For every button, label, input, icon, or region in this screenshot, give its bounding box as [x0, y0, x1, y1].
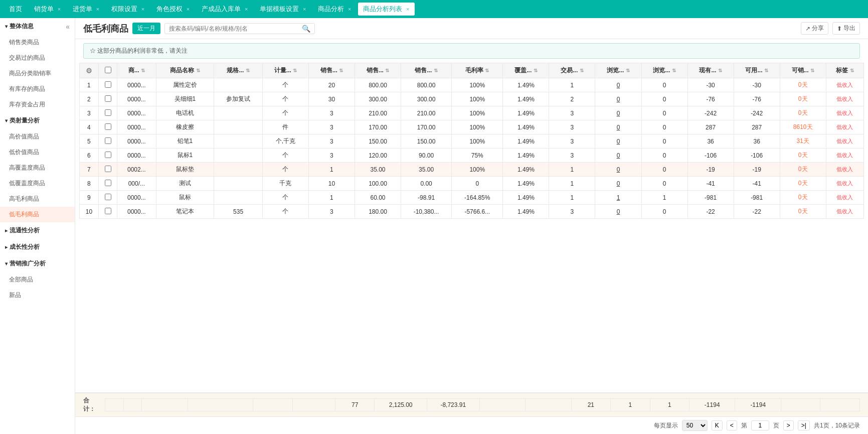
row-browse1[interactable]: 0 [595, 205, 641, 219]
nav-analysis-close[interactable]: × [348, 6, 351, 12]
row-checkbox[interactable] [98, 177, 117, 191]
browse-link[interactable]: 0 [617, 110, 620, 117]
last-page-button[interactable]: >| [798, 420, 810, 430]
nav-roles[interactable]: 角色授权 × [151, 3, 195, 16]
page-size-select[interactable]: 50 100 200 [682, 420, 708, 431]
row-browse1[interactable]: 0 [595, 149, 641, 163]
nav-roles-close[interactable]: × [187, 6, 190, 12]
prev-page-button[interactable]: < [727, 420, 737, 430]
row-checkbox[interactable] [98, 149, 117, 163]
nav-template-close[interactable]: × [303, 6, 306, 12]
browse-link[interactable]: 0 [617, 82, 620, 89]
row-checkbox[interactable] [98, 92, 117, 106]
row-select-checkbox[interactable] [105, 180, 111, 186]
nav-sales-close[interactable]: × [58, 6, 61, 12]
sidebar-item-inventory-products[interactable]: 有库存的商品 [0, 81, 75, 97]
sidebar-group-liquidity-header[interactable]: ▸ 流通性分析 [0, 222, 75, 239]
col-margin[interactable]: 毛利率 ⇅ [452, 63, 503, 78]
row-select-checkbox[interactable] [105, 194, 111, 200]
col-browse2[interactable]: 浏览... ⇅ [641, 63, 687, 78]
row-browse1[interactable]: 0 [595, 163, 641, 177]
export-button[interactable]: ⬆ 导出 [832, 22, 860, 35]
sidebar-item-new-products[interactable]: 新品 [0, 287, 75, 303]
sidebar-item-traded-products[interactable]: 交易过的商品 [0, 50, 75, 66]
browse-link[interactable]: 0 [617, 208, 620, 215]
browse-link[interactable]: 0 [617, 124, 620, 131]
nav-analysis-list-close[interactable]: × [406, 6, 409, 12]
browse-link[interactable]: 0 [617, 152, 620, 159]
row-browse1[interactable]: 0 [595, 78, 641, 92]
col-transaction[interactable]: 交易... ⇅ [549, 63, 595, 78]
row-checkbox[interactable] [98, 134, 117, 149]
row-select-checkbox[interactable] [105, 152, 111, 158]
nav-sales[interactable]: 销货单 × [29, 3, 66, 16]
nav-permissions[interactable]: 权限设置 × [106, 3, 149, 16]
sidebar-item-low-value[interactable]: 低价值商品 [0, 144, 75, 160]
row-browse1[interactable]: 0 [595, 177, 641, 191]
nav-purchase[interactable]: 进货单 × [68, 3, 104, 16]
nav-home[interactable]: 首页 [4, 3, 27, 16]
col-sales-amount[interactable]: 销售... ⇅ [401, 63, 452, 78]
nav-template[interactable]: 单据模板设置 × [255, 3, 311, 16]
col-available[interactable]: 可用... ⇅ [734, 63, 780, 78]
row-select-checkbox[interactable] [105, 208, 111, 214]
search-input[interactable] [169, 25, 302, 32]
row-select-checkbox[interactable] [105, 95, 111, 102]
sidebar-item-inventory-capital[interactable]: 库存资金占用 [0, 97, 75, 112]
sidebar-group-growth-header[interactable]: ▸ 成长性分析 [0, 239, 75, 255]
row-checkbox[interactable] [98, 106, 117, 120]
col-sales-qty[interactable]: 销售... ⇅ [308, 63, 355, 78]
browse-link[interactable]: 0 [617, 96, 620, 103]
row-browse1[interactable]: 0 [595, 134, 641, 149]
sidebar-item-low-margin[interactable]: 低毛利商品 [0, 207, 75, 222]
nav-product-analysis[interactable]: 商品分析 × [313, 3, 356, 16]
next-page-button[interactable]: > [783, 420, 794, 430]
row-browse1[interactable]: 1 [595, 191, 641, 205]
sidebar-item-sales-products[interactable]: 销售类商品 [0, 35, 75, 50]
col-name[interactable]: 商品名称 ⇅ [156, 63, 214, 78]
col-sales-price[interactable]: 销售... ⇅ [355, 63, 401, 78]
browse-link[interactable]: 1 [617, 194, 620, 201]
row-checkbox[interactable] [98, 205, 117, 219]
row-select-checkbox[interactable] [105, 81, 111, 88]
browse-link[interactable]: 0 [617, 180, 620, 187]
nav-product-analysis-list[interactable]: 商品分析列表 × [358, 3, 414, 16]
col-code[interactable]: 商... ⇅ [117, 63, 156, 78]
browse-link[interactable]: 0 [617, 138, 620, 145]
row-browse1[interactable]: 0 [595, 106, 641, 120]
row-select-checkbox[interactable] [105, 137, 111, 144]
browse-link[interactable]: 0 [617, 166, 620, 173]
first-page-button[interactable]: K [712, 420, 723, 430]
row-checkbox[interactable] [98, 78, 117, 92]
period-button[interactable]: 近一月 [132, 23, 160, 34]
col-spec[interactable]: 规格... ⇅ [214, 63, 263, 78]
col-current[interactable]: 现有... ⇅ [687, 63, 734, 78]
row-select-checkbox[interactable] [105, 166, 111, 172]
sidebar-item-low-coverage[interactable]: 低覆盖度商品 [0, 176, 75, 191]
sidebar-item-high-coverage[interactable]: 高覆盖度商品 [0, 160, 75, 176]
col-unit[interactable]: 计量... ⇅ [262, 63, 308, 78]
col-settings[interactable]: ⚙ [80, 63, 99, 78]
page-number-input[interactable] [751, 420, 769, 430]
col-browse1[interactable]: 浏览... ⇅ [595, 63, 641, 78]
nav-purchase-close[interactable]: × [96, 6, 99, 12]
row-checkbox[interactable] [98, 191, 117, 205]
row-select-checkbox[interactable] [105, 123, 111, 130]
sidebar-item-high-value[interactable]: 高价值商品 [0, 129, 75, 144]
collapse-icon[interactable]: « [66, 23, 70, 31]
row-browse1[interactable]: 0 [595, 120, 641, 134]
select-all-checkbox[interactable] [105, 67, 111, 73]
col-salable[interactable]: 可销... ⇅ [780, 63, 826, 78]
row-checkbox[interactable] [98, 163, 117, 177]
sidebar-item-all-products[interactable]: 全部商品 [0, 272, 75, 287]
row-checkbox[interactable] [98, 120, 117, 134]
row-select-checkbox[interactable] [105, 109, 111, 116]
sidebar-group-analysis-header[interactable]: ▾ 类射量分析 [0, 112, 75, 129]
sidebar-item-high-margin[interactable]: 高毛利商品 [0, 191, 75, 207]
col-coverage[interactable]: 覆盖... ⇅ [503, 63, 549, 78]
nav-permissions-close[interactable]: × [141, 6, 144, 12]
nav-product-close[interactable]: × [245, 6, 248, 12]
row-browse1[interactable]: 0 [595, 92, 641, 106]
nav-product-entry[interactable]: 产成品入库单 × [197, 3, 253, 16]
sidebar-item-category-sales-rate[interactable]: 商品分类助销率 [0, 66, 75, 81]
